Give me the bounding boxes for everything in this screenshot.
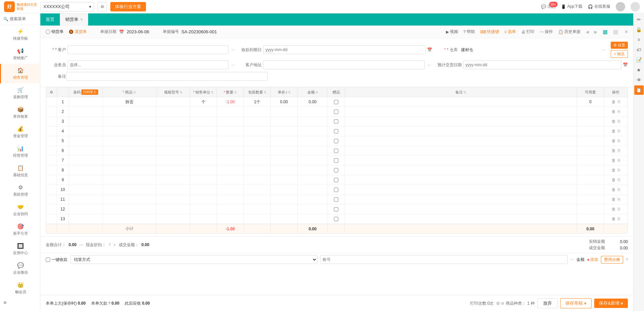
td-q[interactable] [217, 185, 244, 194]
sidebar-item-basic[interactable]: 📋 基础信息 [0, 161, 40, 181]
td-ac[interactable]: 🗑⎘ [604, 107, 628, 116]
td-pk[interactable] [244, 175, 271, 185]
action-shortcut-btn[interactable]: ⌨ 快捷键 [479, 28, 500, 35]
right-panel-action-icon[interactable]: 📋 [634, 85, 644, 95]
td-m[interactable] [345, 136, 577, 146]
sidebar-item-system[interactable]: ⚙ 系统管理 [0, 181, 40, 200]
customer-address-input[interactable] [263, 61, 424, 69]
td-q[interactable] [217, 156, 244, 165]
action-history-btn[interactable]: 📋 历史单据 [557, 28, 582, 35]
sidebar-collapse-btn[interactable]: ◀ [0, 308, 40, 311]
delete-icon[interactable]: 🗑 [612, 148, 616, 153]
td-amount-1[interactable]: 0.00 [298, 97, 328, 107]
sidebar-item-enterprise[interactable]: 🤝 企业协同 [0, 200, 40, 220]
td-ac[interactable]: 🗑⎘ [604, 117, 628, 126]
td-g[interactable] [328, 195, 345, 204]
sidebar-item-inventory[interactable]: 📦 库存核算 [0, 103, 40, 122]
td-pr[interactable] [271, 107, 298, 116]
td-sp[interactable] [156, 175, 190, 185]
copy-icon[interactable]: ⎘ [618, 178, 620, 182]
td-p[interactable] [103, 175, 156, 185]
right-panel-star-icon[interactable]: ★ [634, 65, 644, 75]
td-sp[interactable] [156, 117, 190, 126]
copy-icon[interactable]: ⎘ [618, 139, 620, 143]
td-pk[interactable] [244, 156, 271, 165]
td-am[interactable] [298, 185, 328, 194]
td-u[interactable] [190, 117, 217, 126]
action-help-btn[interactable]: ? 帮助 [462, 28, 476, 35]
action-more-btn[interactable]: ⋯ 操作 [538, 28, 554, 35]
td-ac[interactable]: 🗑⎘ [604, 214, 628, 224]
avatar2[interactable] [631, 2, 640, 11]
td-p[interactable] [103, 156, 156, 165]
td-pk[interactable] [244, 214, 271, 224]
td-pk[interactable] [244, 136, 271, 146]
gift-checkbox[interactable] [334, 217, 338, 221]
address-dots[interactable]: ··· [426, 63, 432, 67]
td-m[interactable] [345, 126, 577, 136]
settings-gear-btn[interactable]: ⚙ [98, 2, 107, 11]
td-m[interactable] [345, 117, 577, 126]
td-p[interactable] [103, 195, 156, 204]
td-u[interactable] [190, 156, 217, 165]
td-pr[interactable] [271, 204, 298, 214]
customer-input[interactable] [67, 45, 229, 54]
td-pr[interactable] [271, 214, 298, 224]
td-ac[interactable]: 🗑⎘ [604, 165, 628, 175]
nav-prev-btn[interactable]: ◀ [586, 30, 589, 34]
payment-method-select[interactable]: 结算方式 [70, 255, 317, 264]
sidebar-item-guide[interactable]: 🎯 新手引导 [0, 220, 40, 239]
gift-checkbox[interactable] [334, 188, 338, 192]
salesperson-dots[interactable]: ··· [230, 63, 236, 67]
td-m[interactable] [345, 146, 577, 155]
gift-checkbox[interactable] [334, 158, 338, 163]
trial-btn[interactable]: 体验行业方案 [110, 2, 146, 11]
expense-btn[interactable]: 费用分摊 [601, 256, 623, 264]
td-q[interactable] [217, 136, 244, 146]
delete-icon[interactable]: 🗑 [612, 197, 616, 202]
td-sp[interactable] [156, 214, 190, 224]
td-sp[interactable] [156, 156, 190, 165]
remarks-input[interactable] [66, 72, 268, 81]
due-date-input[interactable] [263, 45, 425, 54]
td-spec-1[interactable] [156, 97, 190, 107]
td-action-1[interactable]: 🗑 ⎘ [604, 97, 628, 107]
td-u[interactable] [190, 165, 217, 175]
due-date-calendar-icon[interactable]: 📅 [427, 47, 432, 52]
sidebar-search[interactable]: 🔍 搜索菜单 [0, 13, 40, 25]
td-q[interactable] [217, 126, 244, 136]
sidebar-item-apps[interactable]: 🔲 应用中心 [0, 239, 40, 259]
delete-icon[interactable]: 🗑 [612, 139, 616, 143]
gift-checkbox[interactable] [334, 139, 338, 143]
td-b[interactable] [69, 165, 103, 175]
copy-icon[interactable]: ⎘ [618, 109, 620, 114]
td-g[interactable] [328, 136, 345, 146]
td-ac[interactable]: 🗑⎘ [604, 156, 628, 165]
td-m[interactable] [345, 204, 577, 214]
td-am[interactable] [298, 117, 328, 126]
td-am[interactable] [298, 146, 328, 155]
td-b[interactable] [69, 185, 103, 194]
sidebar-item-marketing[interactable]: 📢 营销推广 [0, 44, 40, 64]
td-g[interactable] [328, 204, 345, 214]
sidebar-settings-btn[interactable]: ⚙ [0, 298, 40, 308]
radio-sales-input[interactable] [46, 30, 50, 34]
right-panel-lock-icon[interactable]: 🔒 [634, 25, 644, 34]
td-u[interactable] [190, 175, 217, 185]
gift-checkbox[interactable] [334, 207, 338, 211]
td-pr[interactable] [271, 185, 298, 194]
td-pr[interactable] [271, 165, 298, 175]
td-pk[interactable] [244, 126, 271, 136]
payment-account-input[interactable] [320, 255, 567, 264]
avatar[interactable] [616, 2, 625, 11]
td-am[interactable] [298, 204, 328, 214]
td-pr[interactable] [271, 175, 298, 185]
customer-dots[interactable]: ··· [230, 47, 236, 52]
action-print-btn[interactable]: 🖨 打印 [520, 28, 536, 35]
sidebar-item-wechat[interactable]: 💬 企业微信 [0, 259, 40, 278]
td-g[interactable] [328, 146, 345, 155]
save-new-btn[interactable]: 保存&新增 ▾ [594, 299, 628, 308]
td-ac[interactable]: 🗑⎘ [604, 204, 628, 214]
copy-icon[interactable]: ⎘ [618, 187, 620, 192]
td-ac[interactable]: 🗑⎘ [604, 126, 628, 136]
